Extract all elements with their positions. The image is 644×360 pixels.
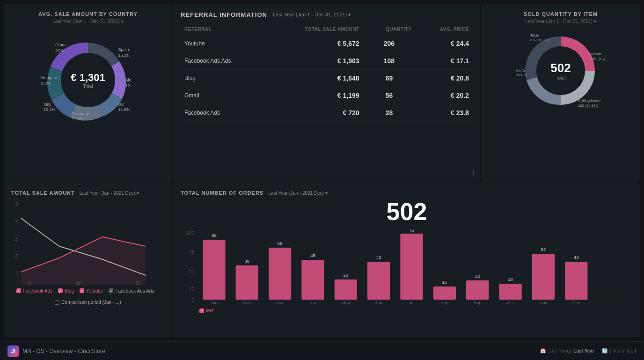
updated-ago: 2 hours ago [608, 348, 633, 353]
col-qty: QUANTITY [363, 24, 416, 35]
svg-text:50: 50 [16, 271, 19, 276]
info-icon: ℹ [472, 169, 475, 176]
sold-qty-panel: SOLD QUANTITY BY ITEM Last Year (Jan 1 -… [481, 4, 640, 182]
referral-table: Referral TOTAL SALE AMOUNT QUANTITY AVG.… [181, 24, 473, 122]
svg-text:Mar: Mar [276, 301, 284, 305]
svg-text:Feb: Feb [243, 301, 251, 305]
country-uk: UK11.5% [118, 102, 130, 113]
svg-text:150: 150 [15, 236, 19, 242]
referral-avg: € 20.2 [415, 87, 473, 104]
svg-text:15: 15 [442, 280, 447, 285]
total-orders-panel: TOTAL NUMBER OF ORDERS Last Year (Jan - … [173, 183, 640, 338]
referral-avg: € 23.8 [415, 104, 473, 122]
avg-sale-value: € 1,301 [71, 72, 105, 84]
sold-total-value: 502 [550, 61, 571, 75]
line-chart-legend: ✓ Facebook Ads ✓ Blog ✓ Youtube ✓ Facebo… [11, 287, 165, 305]
svg-text:43: 43 [574, 255, 579, 260]
svg-text:Apr: Apr [309, 301, 316, 305]
avg-sale-dropdown[interactable] [121, 19, 124, 24]
svg-text:Dec: Dec [572, 301, 580, 305]
referral-dropdown[interactable]: Last Year (Jan 1 - Dec 31, 2021) ▾ [273, 12, 351, 18]
referral-avg: € 24.4 [415, 35, 473, 52]
referral-total: € 720 [265, 104, 363, 122]
legend-facebook-ads: ✓ Facebook Ads [16, 287, 52, 294]
legend-fb-ads-ads: ✓ Facebook Ads Ads [109, 287, 154, 294]
svg-text:May: May [342, 301, 350, 305]
total-sale-header: TOTAL SALE AMOUNT Last Year (Jan - 2021 … [11, 190, 165, 196]
referral-title: REFERRAL INFORMATION [181, 11, 267, 18]
svg-text:Oct: Oct [507, 301, 514, 305]
table-row: Youtube € 5,672 206 € 24.4 [181, 35, 473, 52]
sold-qty-donut: 502 Total Table81 (16.1%) Woode...189 (3… [519, 29, 603, 113]
date-range-label: Last Year [573, 348, 594, 353]
country-other: Other22% [55, 43, 66, 53]
svg-text:43: 43 [376, 255, 381, 260]
svg-text:39: 39 [244, 259, 249, 264]
svg-rect-46 [400, 234, 423, 300]
sold-qty-subtitle[interactable]: Last Year (Jan 1 - Dec 31, 2021) [489, 19, 633, 24]
total-orders-header: TOTAL NUMBER OF ORDERS Last Year (Jan - … [181, 190, 633, 196]
avg-sale-panel: AVG. SALE AMOUNT BY COUNTRY Last Year (J… [4, 4, 172, 182]
svg-text:45: 45 [310, 253, 315, 258]
avg-sale-donut: € 1,301 Total Other22% Spain15.3% Slo...… [41, 33, 135, 127]
referral-total: € 5,672 [265, 35, 363, 52]
svg-rect-49 [433, 287, 456, 300]
svg-text:Jul: Jul [409, 301, 414, 305]
col-total: TOTAL SALE AMOUNT [265, 24, 363, 35]
total-sale-dropdown[interactable]: Last Year (Jan - 2021 Dec) ▾ [80, 191, 139, 196]
total-orders-value: 502 [181, 198, 633, 226]
table-row: Blog € 1,648 69 € 20.8 [181, 70, 473, 87]
legend-test: ✓ test [199, 308, 213, 313]
avg-sale-subtitle[interactable]: Last Year (Jan 1 - Dec 31, 2021) [11, 19, 165, 24]
svg-rect-52 [466, 280, 489, 300]
referral-qty: 69 [363, 70, 416, 87]
referral-name: Youtube [181, 35, 265, 52]
avg-sale-title: AVG. SALE AMOUNT BY COUNTRY [11, 11, 165, 17]
bar-chart-legend: ✓ test [181, 308, 633, 313]
svg-text:Jan: Jan [211, 301, 218, 305]
bottom-bar: JI MN - GS - Overview - Cinci Store 📅 Da… [0, 341, 644, 360]
svg-text:52: 52 [541, 247, 546, 252]
svg-text:0: 0 [192, 298, 195, 303]
table-row: Facebook Ads € 720 28 € 23.8 [181, 104, 473, 122]
svg-rect-37 [301, 260, 324, 300]
item-table: Table81 (16.1%) [530, 33, 549, 43]
bar-chart: 100 75 50 25 0 68 Jan 39 Feb [181, 229, 633, 304]
country-slovakia: Slo...12... [125, 78, 135, 88]
avg-sale-center: € 1,301 Total [71, 72, 105, 89]
svg-text:68: 68 [212, 233, 217, 238]
referral-name: Facebook Ads [181, 104, 265, 122]
avg-sale-center-label: Total [71, 84, 105, 89]
svg-text:Aug: Aug [440, 301, 448, 305]
country-italy: Italy10.4% [44, 102, 56, 113]
svg-rect-43 [367, 262, 390, 300]
referral-avg: € 17.1 [415, 52, 473, 70]
svg-rect-28 [203, 240, 225, 300]
svg-text:59: 59 [278, 241, 283, 246]
referral-panel: REFERRAL INFORMATION Last Year (Jan 1 - … [173, 4, 480, 182]
svg-marker-17 [21, 237, 146, 285]
referral-qty: 108 [363, 52, 416, 70]
country-spain: Spain15.3% [118, 47, 130, 58]
svg-text:Sep: Sep [474, 301, 482, 305]
sold-total-label: Total [550, 75, 571, 81]
referral-total: € 1,648 [265, 70, 363, 87]
item-knife: Knife111 (2... [516, 68, 530, 78]
bottom-right: 📅 Date Range Last Year 🔄 2 hours ago ℹ [540, 348, 637, 353]
bottom-left: JI MN - GS - Overview - Cinci Store [7, 345, 105, 357]
referral-name: Facebook Ads Ads [181, 52, 265, 70]
item-cutting: Cutting board121 (24.1%) [578, 98, 600, 108]
country-germany: Germany11.2% [72, 111, 89, 122]
sold-qty-title: SOLD QUANTITY BY ITEM [489, 11, 633, 17]
referral-total: € 1,199 [265, 87, 363, 104]
sold-qty-center: 502 Total [550, 61, 571, 81]
referral-total: € 1,903 [265, 52, 363, 70]
col-avg: AVG. PRICE [415, 24, 473, 35]
total-orders-dropdown[interactable]: Last Year (Jan - 2021 Dec) ▾ [268, 191, 328, 196]
svg-rect-34 [269, 248, 291, 300]
legend-comparison: Comparison period (Jan - ...) [55, 300, 121, 305]
app-title: MN - GS - Overview - Cinci Store [22, 348, 105, 354]
svg-text:50: 50 [189, 268, 195, 273]
app-icon: JI [7, 345, 19, 357]
referral-avg: € 20.8 [415, 70, 473, 87]
